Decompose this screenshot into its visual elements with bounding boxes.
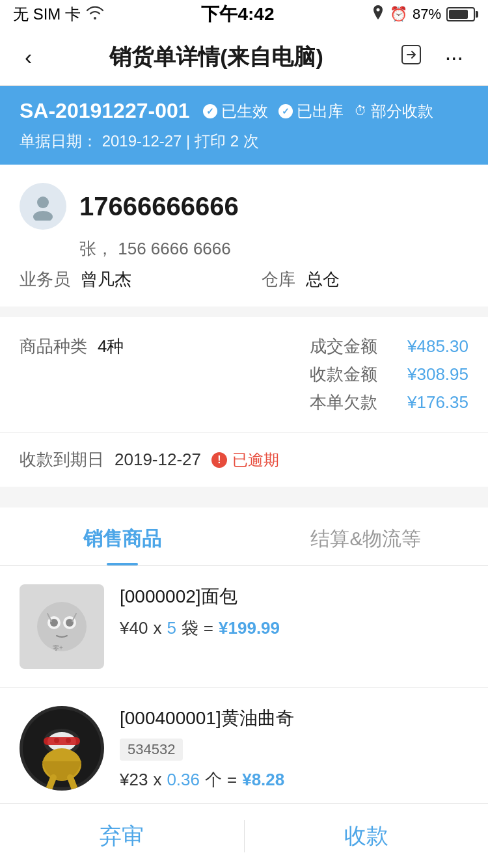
- overdue-badge: ! 已逾期: [211, 450, 279, 470]
- cookie-total: ¥8.28: [242, 770, 284, 790]
- amount-row: 成交金额 ¥485.30: [310, 335, 468, 358]
- more-button[interactable]: ···: [440, 39, 468, 75]
- abandon-review-button[interactable]: 弃审: [0, 808, 244, 864]
- overdue-text: 已逾期: [232, 450, 279, 470]
- status-partial-label: 部分收款: [371, 101, 433, 122]
- product-type-stat: 商品种类 4种: [20, 335, 124, 358]
- order-id: SA-20191227-001: [20, 99, 190, 123]
- received-row: 收款金额 ¥308.95: [310, 363, 468, 386]
- due-date-value: 2019-12-27: [115, 450, 201, 470]
- product-info-cookie: [000400001]黄油曲奇 534532 ¥23 x 0.36 个 = ¥8…: [120, 706, 468, 791]
- product-info-bread: [0000002]面包 ¥40 x 5 袋 = ¥199.99: [120, 584, 468, 640]
- bread-multiply: x: [153, 618, 161, 638]
- customer-meta: 业务员 曾凡杰 仓库 总仓: [20, 268, 468, 291]
- warehouse-label: 仓库: [262, 268, 295, 291]
- tab-products[interactable]: 销售商品: [0, 508, 244, 565]
- share-button[interactable]: [396, 39, 427, 75]
- battery-icon: [446, 7, 475, 21]
- status-shipped-label: 已出库: [297, 101, 344, 122]
- avatar: [20, 183, 66, 230]
- header-banner: SA-20191227-001 ✓ 已生效 ✓ 已出库 ⏱ 部分收款 单据日期：…: [0, 86, 488, 165]
- svg-point-3: [33, 211, 53, 221]
- warehouse-meta: 仓库 总仓: [262, 268, 340, 291]
- product-name-cookie: [000400001]黄油曲奇: [120, 706, 468, 731]
- status-badge-partial: ⏱ 部分收款: [354, 101, 433, 122]
- customer-alt-phone: 156 6666 6666: [118, 239, 231, 258]
- svg-point-0: [376, 8, 379, 12]
- bread-equals: =: [204, 618, 213, 638]
- page-title: 销货单详情(来自电脑): [109, 42, 323, 72]
- status-badge-active: ✓ 已生效: [203, 101, 268, 122]
- debt-label: 本单欠款: [310, 391, 377, 414]
- alarm-icon: ⏰: [390, 6, 407, 23]
- status-left: 无 SIM 卡: [13, 4, 104, 25]
- customer-top: 17666666666: [20, 183, 468, 230]
- stats-inner: 商品种类 4种 成交金额 ¥485.30 收款金额 ¥308.95 本单欠款 ¥…: [0, 317, 488, 432]
- stats-section: 商品种类 4种 成交金额 ¥485.30 收款金额 ¥308.95 本单欠款 ¥…: [0, 317, 488, 487]
- product-item: [000400001]黄油曲奇 534532 ¥23 x 0.36 个 = ¥8…: [0, 688, 488, 810]
- sales-meta: 业务员 曾凡杰: [20, 268, 131, 291]
- due-label: 收款到期日: [20, 448, 104, 471]
- customer-phone[interactable]: 17666666666: [79, 192, 239, 221]
- svg-point-2: [37, 197, 49, 208]
- due-section: 收款到期日 2019-12-27 ! 已逾期: [0, 432, 488, 487]
- received-label: 收款金额: [310, 363, 377, 386]
- status-active-label: 已生效: [221, 101, 268, 122]
- carrier-text: 无 SIM 卡: [13, 4, 81, 25]
- collect-payment-button[interactable]: 收款: [245, 808, 489, 864]
- amount-label: 成交金额: [310, 335, 377, 358]
- received-value: ¥308.95: [390, 364, 468, 385]
- status-badge-shipped: ✓ 已出库: [278, 101, 344, 122]
- bread-price: ¥40: [120, 618, 148, 638]
- product-type-label: 商品种类: [20, 335, 87, 358]
- svg-text:零+: 零+: [53, 644, 63, 651]
- customer-name-text: 张，: [79, 239, 113, 258]
- amount-value: ¥485.30: [390, 336, 468, 357]
- header-top-row: SA-20191227-001 ✓ 已生效 ✓ 已出库 ⏱ 部分收款: [20, 99, 468, 123]
- wifi-icon: [86, 5, 104, 23]
- product-sku-cookie: 534532: [120, 739, 183, 761]
- tabs-container: 销售商品 结算&物流等: [0, 508, 488, 566]
- cookie-equals: =: [227, 770, 237, 790]
- debt-row: 本单欠款 ¥176.35: [310, 391, 468, 414]
- section-divider: [0, 497, 488, 508]
- status-bar: 无 SIM 卡 下午4:42 ⏰ 87%: [0, 0, 488, 29]
- doc-date-label: 单据日期：: [20, 132, 98, 150]
- stats-left: 商品种类 4种: [20, 335, 124, 358]
- product-type-value: 4种: [98, 335, 124, 358]
- warehouse-value: 总仓: [306, 268, 340, 291]
- overdue-icon: !: [211, 452, 227, 468]
- nav-right: ···: [396, 39, 468, 75]
- product-name-bread: [0000002]面包: [120, 584, 468, 609]
- debt-value: ¥176.35: [390, 392, 468, 413]
- nav-left: ‹: [20, 39, 37, 75]
- product-list: 零+ [0000002]面包 ¥40 x 5 袋 = ¥199.99: [0, 566, 488, 810]
- bottom-bar: 弃审 收款: [0, 803, 488, 868]
- header-sub: 单据日期： 2019-12-27 | 打印 2 次: [20, 131, 468, 152]
- bread-total: ¥199.99: [219, 618, 280, 638]
- check-icon-2: ✓: [278, 104, 293, 118]
- nav-bar: ‹ 销货单详情(来自电脑) ···: [0, 29, 488, 86]
- doc-date-value: 2019-12-27: [102, 132, 182, 150]
- product-price-bread: ¥40 x 5 袋 = ¥199.99: [120, 617, 468, 640]
- product-price-cookie: ¥23 x 0.36 个 = ¥8.28: [120, 768, 468, 791]
- back-button[interactable]: ‹: [20, 39, 37, 75]
- product-thumb-cookie: [20, 706, 104, 791]
- status-badges: ✓ 已生效 ✓ 已出库 ⏱ 部分收款: [203, 101, 433, 122]
- bread-qty: 5: [167, 618, 176, 638]
- svg-rect-17: [44, 737, 80, 745]
- sales-value: 曾凡杰: [81, 268, 131, 291]
- tab-settlement[interactable]: 结算&物流等: [244, 508, 488, 565]
- product-item: 零+ [0000002]面包 ¥40 x 5 袋 = ¥199.99: [0, 566, 488, 688]
- check-icon-1: ✓: [203, 104, 217, 118]
- status-time: 下午4:42: [201, 2, 274, 27]
- stats-right: 成交金额 ¥485.30 收款金额 ¥308.95 本单欠款 ¥176.35: [310, 335, 468, 414]
- status-right: ⏰ 87%: [372, 5, 475, 24]
- battery-text: 87%: [413, 6, 441, 23]
- product-thumb-bread: 零+: [20, 584, 104, 669]
- cookie-multiply: x: [153, 770, 161, 790]
- sales-label: 业务员: [20, 268, 70, 291]
- customer-sub: 张， 156 6666 6666: [20, 237, 468, 260]
- customer-section: 17666666666 张， 156 6666 6666 业务员 曾凡杰 仓库 …: [0, 165, 488, 306]
- location-icon: [372, 5, 385, 24]
